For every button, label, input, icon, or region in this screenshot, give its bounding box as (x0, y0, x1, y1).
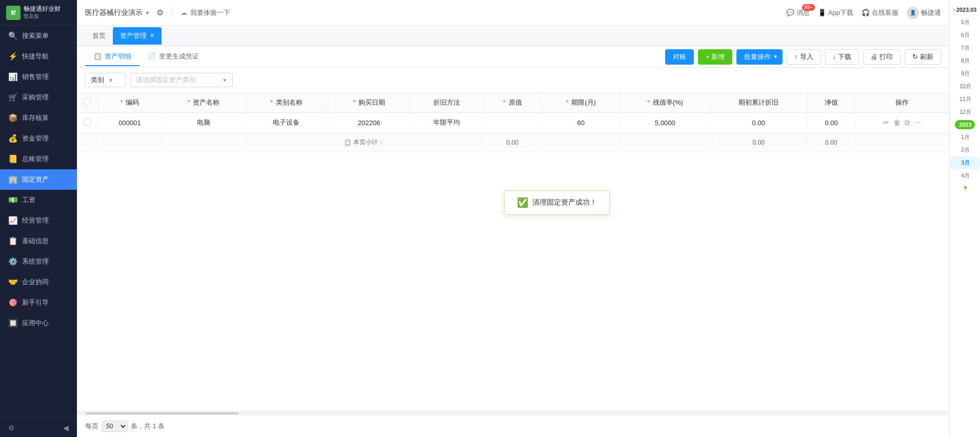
new-button[interactable]: + 新增 (698, 49, 732, 65)
sidebar-item-app-center[interactable]: 🔲 应用中心 (0, 313, 77, 333)
company-chevron-icon: ▼ (145, 10, 150, 16)
timeline-month-12[interactable]: 12月 (950, 106, 980, 118)
download-button[interactable]: ↓ 下载 (825, 49, 859, 65)
category-select[interactable]: 类别 ▼ (85, 73, 126, 87)
sidebar-label-search: 搜索菜单 (22, 31, 49, 41)
timeline-date: 2023.03 (956, 7, 977, 13)
timeline-month-3-current[interactable]: 3月 (950, 156, 980, 169)
online-service-button[interactable]: 🎧 在线客服 (862, 8, 898, 17)
timeline-month-10[interactable]: 10月 (950, 80, 980, 93)
subtotal-row: 📋 本页小计： 0.00 0.00 0.00 (77, 133, 949, 152)
row-net-value: 0.00 (807, 113, 855, 133)
sidebar-item-guide[interactable]: 🎯 新手引导 (0, 292, 77, 313)
timeline-month-4[interactable]: 4月 (950, 169, 980, 182)
reconcile-button[interactable]: 对账 (665, 49, 694, 65)
per-page-select[interactable]: 50 10 20 100 (102, 421, 128, 432)
sub-tab-asset-detail[interactable]: 📋 资产明细 (85, 48, 139, 66)
row-code: 000001 (97, 113, 162, 133)
sidebar-item-ledger[interactable]: 📒 总账管理 (0, 149, 77, 169)
sidebar-item-quick-nav[interactable]: ⚡ 快捷导航 (0, 46, 77, 67)
toolbar: 对账 + 新增 批量操作 ▼ ↑ 导入 ↓ 下载 🖨 (665, 49, 941, 65)
timeline-month-9[interactable]: 9月 (950, 67, 980, 80)
timeline-nav-down[interactable]: ▼ (950, 182, 980, 193)
tab-asset-mgmt-label: 资产管理 (120, 31, 147, 41)
sidebar-footer: ⚙ ◀ (0, 418, 77, 437)
sidebar-item-sales[interactable]: 📊 销售管理 (0, 67, 77, 87)
timeline-month-1[interactable]: 1月 (950, 131, 980, 144)
import-button[interactable]: ↑ 导入 (787, 49, 821, 65)
guide-icon: 🎯 (8, 298, 18, 307)
demo-banner: ☁ 我要体验一下 (181, 8, 230, 17)
timeline-month-2[interactable]: 2月 (950, 144, 980, 156)
download-label: 下载 (838, 52, 851, 62)
message-button[interactable]: 💬 消息 99+ (786, 8, 810, 17)
col-purchase-date: * 购买日期 (328, 93, 411, 113)
import-icon: ↑ (794, 53, 798, 61)
scrollbar-thumb[interactable] (85, 412, 239, 414)
row-period: 60 (542, 113, 621, 133)
category-input[interactable]: 请选择固定资产类别 ▼ (130, 73, 233, 87)
tab-bar: 首页 资产管理 ✕ (77, 26, 949, 46)
row-original-value (483, 113, 542, 133)
row-checkbox[interactable] (84, 118, 91, 126)
sidebar-item-inventory[interactable]: 📦 库存核算 (0, 108, 77, 128)
copy-icon[interactable]: ⧉ (905, 118, 910, 127)
header-right: 💬 消息 99+ 📱 App下载 🎧 在线客服 👤 畅捷通 (786, 7, 941, 19)
avatar: 👤 (907, 7, 919, 19)
settings-icon[interactable]: ⚙ (8, 424, 15, 432)
top-header: 医疗器械行业演示 ▼ ⚙ ☁ 我要体验一下 💬 消息 99+ 📱 App下载 🎧… (77, 0, 949, 26)
row-actions: ✏ 🗑 ⧉ ⋯ (855, 113, 949, 133)
header-gear-icon[interactable]: ⚙ (156, 8, 164, 17)
purchase-icon: 🛒 (8, 93, 18, 102)
tab-asset-mgmt[interactable]: 资产管理 ✕ (113, 27, 162, 45)
sub-tab-change-voucher[interactable]: 📄 变更生成凭证 (139, 48, 207, 66)
main-area: 医疗器械行业演示 ▼ ⚙ ☁ 我要体验一下 💬 消息 99+ 📱 App下载 🎧… (77, 0, 949, 437)
col-checkbox (77, 93, 97, 113)
cooperation-icon: 🤝 (8, 277, 18, 287)
tab-home-label: 首页 (92, 31, 106, 41)
collapse-icon[interactable]: ◀ (63, 424, 69, 432)
header-checkbox[interactable] (84, 98, 91, 106)
timeline-month-8[interactable]: 8月 (950, 54, 980, 67)
more-icon[interactable]: ⋯ (914, 118, 921, 127)
subtotal-label: 本页小计： (353, 138, 384, 146)
timeline-nav-left[interactable]: ‹ (953, 6, 955, 13)
tab-close-icon[interactable]: ✕ (150, 32, 154, 39)
action-icons: ✏ 🗑 ⧉ ⋯ (862, 118, 943, 127)
sidebar-item-fixed-assets[interactable]: 🏢 固定资产 (0, 169, 77, 190)
pagination: 每页 50 10 20 100 条，共 1 条 (77, 415, 949, 437)
timeline-month-7[interactable]: 7月 (950, 42, 980, 54)
company-selector[interactable]: 医疗器械行业演示 ▼ (85, 8, 150, 17)
tab-home[interactable]: 首页 (85, 27, 113, 45)
app-download-icon: 📱 (818, 9, 826, 16)
timeline-month-5[interactable]: 5月 (950, 16, 980, 29)
delete-icon[interactable]: 🗑 (893, 118, 901, 127)
sidebar-item-cooperation[interactable]: 🤝 企业协同 (0, 272, 77, 292)
edit-icon[interactable]: ✏ (883, 118, 889, 127)
finance-icon: 💰 (8, 134, 18, 143)
filter-chevron-icon: ▼ (222, 77, 227, 83)
batch-button[interactable]: 批量操作 ▼ (736, 49, 783, 65)
timeline-panel: ‹ 2023.03 5月 6月 7月 8月 9月 10月 11月 12月 202… (949, 0, 980, 437)
message-badge: 99+ (802, 4, 815, 11)
username-label: 畅捷通 (921, 8, 941, 17)
col-original-value: * 原值 (483, 93, 542, 113)
subtotal-empty-name (162, 133, 245, 152)
sidebar-item-payroll[interactable]: 💵 工资 (0, 190, 77, 210)
app-download-button[interactable]: 📱 App下载 (818, 8, 853, 17)
timeline-month-11[interactable]: 11月 (950, 93, 980, 106)
sidebar-item-basic-info[interactable]: 📋 基础信息 (0, 231, 77, 251)
horizontal-scrollbar[interactable] (77, 411, 949, 415)
success-toast: ✅ 清理固定资产成功！ (504, 190, 610, 215)
sidebar-item-purchase[interactable]: 🛒 采购管理 (0, 87, 77, 108)
sidebar-item-system[interactable]: ⚙️ 系统管理 (0, 251, 77, 272)
user-menu-button[interactable]: 👤 畅捷通 (907, 7, 941, 19)
print-button[interactable]: 🖨 打印 (863, 49, 901, 65)
sub-tab-change-voucher-label: 变更生成凭证 (159, 52, 199, 61)
row-residual-rate: 5.0000 (621, 113, 710, 133)
timeline-month-6[interactable]: 6月 (950, 29, 980, 42)
sidebar-item-finance[interactable]: 💰 资金管理 (0, 128, 77, 149)
sidebar-item-business[interactable]: 📈 经营管理 (0, 210, 77, 231)
sidebar-item-search[interactable]: 🔍 搜索菜单 (0, 26, 77, 46)
refresh-button[interactable]: ↻ 刷新 (905, 49, 941, 65)
